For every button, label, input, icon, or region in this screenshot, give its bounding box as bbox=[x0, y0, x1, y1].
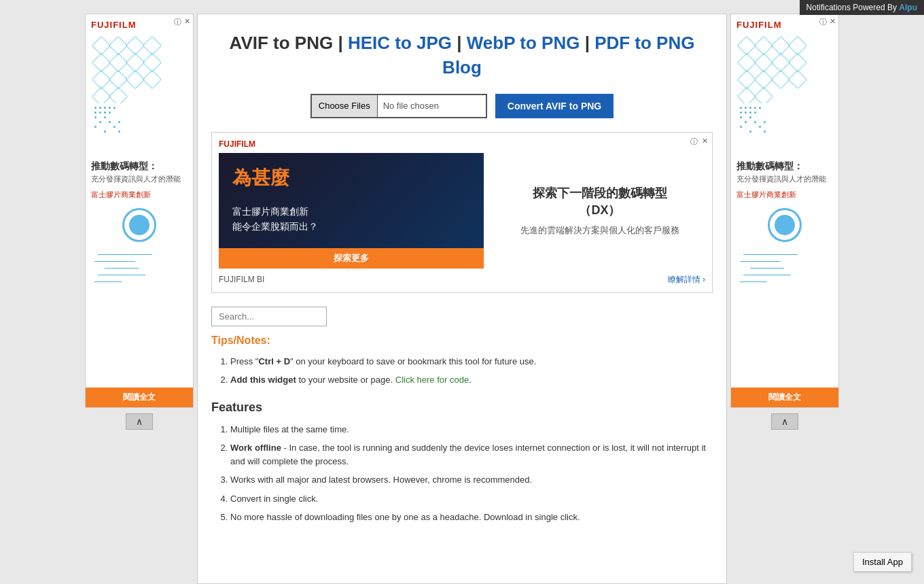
center-ad-inner: 為甚麼 富士膠片商業創新 能令企業脫穎而出？ 探索更多 探索下一階段的數碼轉型 … bbox=[219, 153, 705, 269]
sidebar-right: ⓘ ✕ FUJIFILM bbox=[727, 14, 842, 584]
blog-link[interactable]: Blog bbox=[442, 57, 482, 78]
center-ad-title: 探索下一階段的數碼轉型 （DX） bbox=[495, 185, 705, 219]
right-ad-bottom-btn[interactable]: 閱讀全文 bbox=[731, 388, 838, 407]
center-ad-big-text: 為甚麼 bbox=[232, 167, 289, 190]
feature-item-4: Convert in single click. bbox=[230, 492, 713, 506]
page-wrapper: ⓘ ✕ FUJIFILM bbox=[0, 0, 924, 584]
tips-item-1: Press "Ctrl + D" on your keyboard to sav… bbox=[230, 355, 713, 368]
center-ad-sub-line1: 富士膠片商業創新 bbox=[232, 204, 318, 219]
right-ad-hex-grid bbox=[736, 35, 833, 103]
center-ad-info-icon[interactable]: ⓘ bbox=[690, 137, 698, 147]
left-ad-brand: 富士膠片商業創新 bbox=[91, 190, 188, 200]
file-input-row: Choose Files No file chosen Convert AVIF… bbox=[211, 94, 713, 118]
left-ad-close-icon[interactable]: ✕ bbox=[184, 17, 190, 27]
separator2: | bbox=[585, 33, 595, 53]
sidebar-left: ⓘ ✕ FUJIFILM bbox=[82, 14, 197, 584]
title-static: AVIF to PNG | bbox=[230, 33, 343, 53]
left-scroll-up-btn[interactable]: ∧ bbox=[126, 413, 153, 430]
center-ad-close-icon[interactable]: ✕ bbox=[702, 137, 708, 147]
work-offline-bold: Work offline bbox=[230, 443, 281, 453]
tips-section-title: Tips/Notes: bbox=[211, 334, 713, 347]
pdf-to-png-link[interactable]: PDF to PNG bbox=[594, 33, 694, 53]
left-ad-hex-grid bbox=[91, 35, 188, 103]
center-ad-subtitle: 先進的雲端解決方案與個人化的客戶服務 bbox=[495, 224, 705, 237]
left-ad-lines bbox=[91, 247, 188, 288]
choose-files-button[interactable]: Choose Files bbox=[312, 95, 378, 117]
right-ad-inner: FUJIFILM bbox=[731, 14, 838, 294]
center-ad-footer: FUJIFILM BI 瞭解詳情 › bbox=[219, 274, 705, 286]
right-scroll-up-btn[interactable]: ∧ bbox=[771, 413, 798, 430]
center-ad-block: ⓘ ✕ FUJIFILM 為甚麼 富士膠片商業創新 能令企業脫穎而出？ 探索更多 bbox=[211, 132, 713, 293]
center-ad-footer-brand: FUJIFILM BI bbox=[219, 275, 264, 284]
center-ad-big-text-line1: 為甚麼 bbox=[232, 167, 289, 190]
right-ad-text: 推動數碼轉型： 充分發揮資訊與人才的潛能 富士膠片商業創新 bbox=[736, 158, 833, 203]
center-ad-title-line1: 探索下一階段的數碼轉型 bbox=[495, 185, 705, 202]
left-ad-info-icon[interactable]: ⓘ bbox=[174, 17, 181, 27]
features-list: Multiple files at the same time. Work of… bbox=[211, 423, 713, 524]
left-ad-logo: FUJIFILM bbox=[91, 20, 188, 30]
feature-item-5: No more hassle of downloading files one … bbox=[230, 511, 713, 524]
center-ad-controls: ⓘ ✕ bbox=[690, 137, 708, 147]
page-title: AVIF to PNG | HEIC to JPG | WebP to PNG … bbox=[211, 31, 713, 80]
tips-item-2: Add this widget to your website or page.… bbox=[230, 373, 713, 387]
center-ad-image: 為甚麼 富士膠片商業創新 能令企業脫穎而出？ 探索更多 bbox=[219, 153, 484, 269]
right-ad-close-icon[interactable]: ✕ bbox=[830, 17, 836, 27]
heic-to-jpg-link[interactable]: HEIC to JPG bbox=[348, 33, 452, 53]
right-ad-lines bbox=[736, 247, 833, 288]
kbd-ctrl-d: Ctrl + D bbox=[258, 356, 290, 366]
convert-button[interactable]: Convert AVIF to PNG bbox=[495, 94, 614, 118]
center-ad-explore-btn[interactable]: 探索更多 bbox=[219, 248, 484, 269]
install-app-button[interactable]: Install App bbox=[853, 552, 912, 572]
center-ad-sub-line2: 能令企業脫穎而出？ bbox=[232, 219, 318, 234]
center-ad-sub-text: 富士膠片商業創新 能令企業脫穎而出？ bbox=[232, 204, 318, 235]
notification-bar: Notifications Powered By Alpu bbox=[800, 0, 924, 15]
right-ad-panel: ⓘ ✕ FUJIFILM bbox=[730, 14, 839, 408]
click-here-link[interactable]: Click here for code bbox=[395, 375, 469, 385]
right-ad-controls: ⓘ ✕ bbox=[819, 17, 836, 27]
features-section-title: Features bbox=[211, 400, 713, 415]
left-ad-dot-grid bbox=[91, 103, 188, 158]
right-ad-logo: FUJIFILM bbox=[736, 20, 833, 30]
right-ad-dot-grid bbox=[736, 103, 833, 158]
left-ad-inner: FUJIFILM bbox=[86, 14, 193, 294]
notif-brand: Alpu bbox=[899, 3, 917, 12]
add-widget-bold: Add this widget bbox=[230, 375, 296, 385]
right-ad-sub: 充分發揮資訊與人才的潛能 bbox=[736, 174, 833, 184]
center-ad-text-area: 探索下一階段的數碼轉型 （DX） 先進的雲端解決方案與個人化的客戶服務 bbox=[495, 185, 705, 237]
main-content: AVIF to PNG | HEIC to JPG | WebP to PNG … bbox=[197, 14, 727, 584]
tips-list: Press "Ctrl + D" on your keyboard to sav… bbox=[211, 355, 713, 387]
center-ad-footer-link[interactable]: 瞭解詳情 › bbox=[668, 274, 705, 286]
right-ad-brand: 富士膠片商業創新 bbox=[736, 190, 833, 200]
search-input[interactable] bbox=[211, 307, 327, 326]
left-ad-text: 推動數碼轉型： 充分發揮資訊與人才的潛能 富士膠片商業創新 bbox=[91, 158, 188, 203]
right-ad-circle-inner bbox=[775, 215, 795, 235]
file-input-display: Choose Files No file chosen bbox=[310, 94, 487, 118]
feature-item-2: Work offline - In case, the tool is runn… bbox=[230, 441, 713, 468]
center-ad-title-line2: （DX） bbox=[495, 202, 705, 219]
file-name-display: No file chosen bbox=[378, 101, 486, 111]
left-ad-sub: 充分發揮資訊與人才的潛能 bbox=[91, 174, 188, 184]
right-ad-info-icon[interactable]: ⓘ bbox=[819, 17, 827, 27]
left-ad-circle bbox=[122, 208, 156, 242]
left-ad-circle-inner bbox=[129, 215, 149, 235]
left-ad-panel: ⓘ ✕ FUJIFILM bbox=[85, 14, 194, 408]
left-ad-title: 推動數碼轉型： bbox=[91, 160, 188, 173]
feature-item-3: Works with all major and latest browsers… bbox=[230, 473, 713, 487]
left-ad-bottom-btn[interactable]: 閱讀全文 bbox=[86, 388, 193, 407]
left-ad-controls: ⓘ ✕ bbox=[174, 17, 190, 27]
right-ad-title: 推動數碼轉型： bbox=[736, 160, 833, 173]
center-ad-logo: FUJIFILM bbox=[219, 139, 705, 149]
notif-text: Notifications Powered By bbox=[806, 3, 897, 12]
feature-item-1: Multiple files at the same time. bbox=[230, 423, 713, 436]
webp-to-png-link[interactable]: WebP to PNG bbox=[467, 33, 580, 53]
separator1: | bbox=[457, 33, 467, 53]
right-ad-circle bbox=[768, 208, 802, 242]
